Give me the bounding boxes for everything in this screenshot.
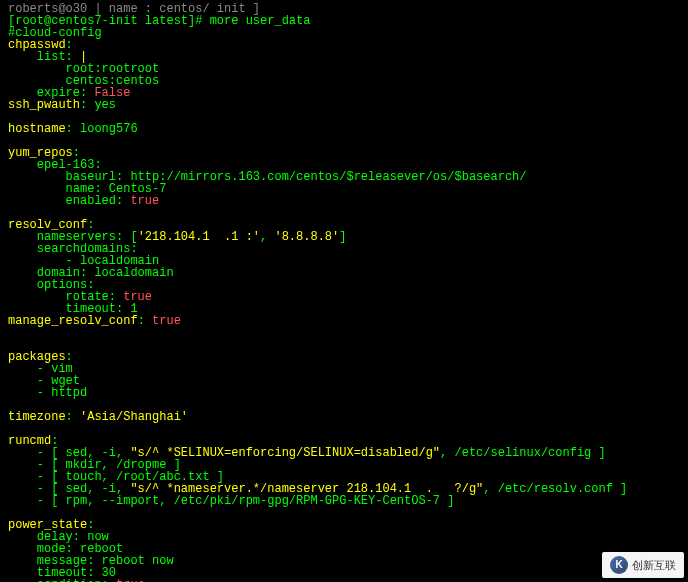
terminal-line: [root@centos7-init latest]# more user_da… <box>8 15 680 27</box>
terminal-line: packages: <box>8 351 680 363</box>
terminal-line <box>8 327 680 339</box>
terminal-line <box>8 339 680 351</box>
terminal-line: #cloud-config <box>8 27 680 39</box>
terminal-output: roberts@o30 | name : centos/ init ][root… <box>8 3 680 582</box>
terminal-line <box>8 207 680 219</box>
terminal-line: yum_repos: <box>8 147 680 159</box>
terminal-line: domain: localdomain <box>8 267 680 279</box>
terminal-line: enabled: true <box>8 195 680 207</box>
terminal-line: - vim <box>8 363 680 375</box>
terminal-line: chpasswd: <box>8 39 680 51</box>
watermark: K 创新互联 <box>602 552 684 578</box>
terminal-line: hostname: loong576 <box>8 123 680 135</box>
terminal-line <box>8 423 680 435</box>
terminal-line: - httpd <box>8 387 680 399</box>
terminal-line: - [ rpm, --import, /etc/pki/rpm-gpg/RPM-… <box>8 495 680 507</box>
terminal-line: manage_resolv_conf: true <box>8 315 680 327</box>
terminal-line <box>8 507 680 519</box>
watermark-logo-icon: K <box>610 556 628 574</box>
terminal-line: ssh_pwauth: yes <box>8 99 680 111</box>
terminal-line: - wget <box>8 375 680 387</box>
watermark-text: 创新互联 <box>632 559 676 571</box>
terminal-line <box>8 135 680 147</box>
terminal-line: timezone: 'Asia/Shanghai' <box>8 411 680 423</box>
